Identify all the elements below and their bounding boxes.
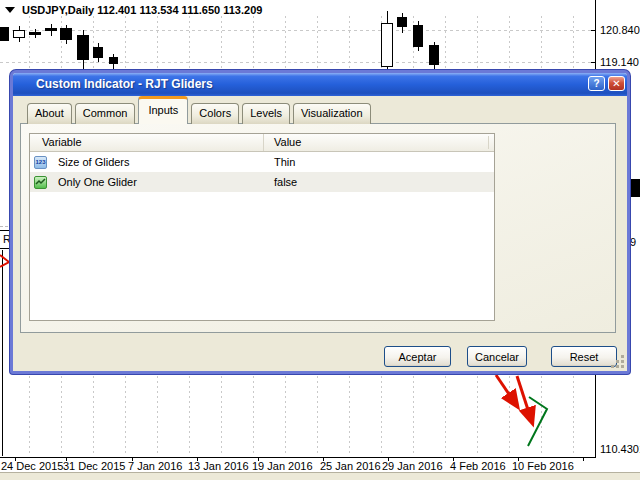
candle-body — [60, 28, 72, 40]
tab-levels[interactable]: Levels — [242, 103, 290, 124]
parameter-row[interactable]: Only One Gliderfalse — [30, 172, 494, 192]
time-axis-label: 24 Dec 2015 — [1, 460, 63, 472]
parameter-name: Only One Glider — [58, 176, 264, 188]
parameter-value[interactable]: false — [264, 176, 297, 188]
help-button[interactable]: ? — [588, 76, 605, 91]
time-axis-label: 4 Feb 2016 — [450, 460, 506, 472]
parameter-value[interactable]: Thin — [264, 156, 295, 168]
tab-common[interactable]: Common — [75, 103, 136, 124]
time-axis-label: 31 Dec 2015 — [63, 460, 125, 472]
line-chart-icon — [34, 176, 47, 189]
time-axis-tick — [583, 458, 584, 461]
custom-indicator-dialog: Custom Indicator - RJT Gliders ? ✕ About… — [10, 70, 630, 374]
table-body: 123Size of GlidersThinOnly One Gliderfal… — [30, 152, 494, 192]
grid-line-horizontal — [0, 62, 595, 63]
current-price-label: 110.4301 — [600, 443, 640, 455]
candle-body — [0, 27, 9, 41]
symbol-ohlc-header: USDJPY,Daily 112.401 113.534 111.650 113… — [5, 2, 262, 18]
price-axis-label: 119.140 — [600, 56, 639, 68]
candle-body — [45, 28, 57, 31]
close-button[interactable]: ✕ — [608, 76, 625, 91]
candle-body — [77, 35, 89, 60]
parameter-name: Size of Gliders — [58, 156, 264, 168]
time-axis-label: 10 Feb 2016 — [512, 460, 574, 472]
window-bottom-strip — [0, 472, 640, 480]
candle-body — [109, 57, 118, 64]
candle-body — [13, 30, 25, 38]
icon-badge-text: 123 — [35, 159, 45, 165]
tab-about[interactable]: About — [27, 103, 72, 124]
parameter-row[interactable]: 123Size of GlidersThin — [30, 152, 494, 172]
price-axis-tick — [591, 30, 596, 31]
clipped-price-label: 9 — [630, 236, 636, 248]
symbol-dropdown-icon[interactable] — [5, 7, 15, 18]
candle-body — [381, 23, 393, 67]
tab-bar: AboutCommonInputsColorsLevelsVisualizati… — [27, 102, 371, 124]
price-axis-marker — [629, 179, 640, 197]
cancel-button[interactable]: Cancelar — [467, 346, 527, 367]
mt4-window: USDJPY,Daily 112.401 113.534 111.650 113… — [0, 0, 640, 480]
candle-body — [429, 45, 439, 65]
price-axis-label: 120.840 — [600, 24, 640, 36]
numeric-123-icon: 123 — [34, 156, 47, 169]
column-header-value[interactable]: Value — [264, 134, 494, 151]
candle-body — [29, 32, 41, 35]
price-axis-tick — [591, 62, 596, 63]
grid-line-horizontal — [0, 30, 595, 31]
tab-inputs[interactable]: Inputs — [138, 96, 188, 124]
time-axis-label: 19 Jan 2016 — [252, 460, 313, 472]
parameters-table: Variable Value 123Size of GlidersThinOnl… — [29, 133, 495, 321]
time-axis-label: 7 Jan 2016 — [128, 460, 182, 472]
time-axis-label: 29 Jan 2016 — [382, 460, 443, 472]
vertical-line-object[interactable] — [2, 250, 3, 456]
resize-grip[interactable] — [612, 356, 624, 368]
candle-body — [397, 17, 407, 27]
time-axis-label: 13 Jan 2016 — [188, 460, 249, 472]
column-header-variable[interactable]: Variable — [30, 134, 264, 151]
clipped-gridline-fragment — [0, 226, 10, 227]
candle-body — [413, 25, 423, 47]
time-axis-label: 25 Jan 2016 — [320, 460, 381, 472]
table-header: Variable Value — [30, 134, 494, 152]
dialog-client-area: AboutCommonInputsColorsLevelsVisualizati… — [13, 96, 627, 371]
tab-visualization[interactable]: Visualization — [293, 103, 371, 124]
inputs-tab-panel: Variable Value 123Size of GlidersThinOnl… — [20, 123, 616, 333]
candle-body — [93, 47, 103, 58]
dialog-title: Custom Indicator - RJT Gliders — [36, 77, 213, 91]
tab-colors[interactable]: Colors — [191, 103, 239, 124]
symbol-ohlc-text: USDJPY,Daily 112.401 113.534 111.650 113… — [22, 4, 262, 16]
accept-button[interactable]: Aceptar — [384, 346, 451, 367]
dialog-titlebar[interactable]: Custom Indicator - RJT Gliders ? ✕ — [13, 73, 627, 96]
time-axis-line — [0, 457, 596, 458]
reset-button[interactable]: Reset — [551, 346, 617, 367]
